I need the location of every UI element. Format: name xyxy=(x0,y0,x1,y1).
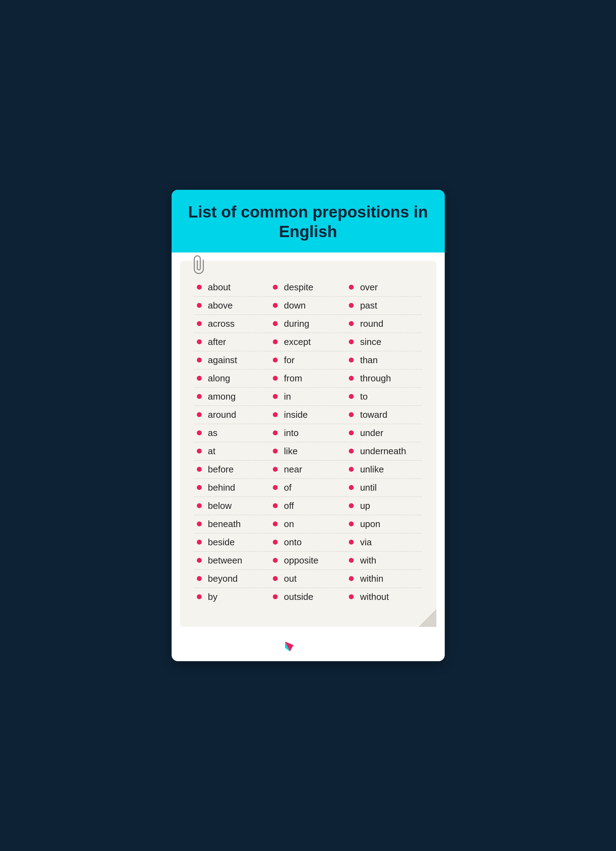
bullet-dot xyxy=(349,394,354,399)
bullet-dot xyxy=(349,303,354,308)
preposition-word: up xyxy=(360,501,370,511)
preposition-word: beside xyxy=(208,537,235,548)
preposition-word: above xyxy=(208,300,233,311)
bullet-dot xyxy=(197,376,202,381)
bullet-dot xyxy=(349,449,354,454)
bullet-dot xyxy=(197,449,202,454)
list-item: in xyxy=(270,388,346,406)
bullet-dot xyxy=(273,285,278,290)
list-item: around xyxy=(194,406,270,424)
bullet-dot xyxy=(273,430,278,435)
bullet-dot xyxy=(349,503,354,508)
bullet-dot xyxy=(349,339,354,344)
list-item: beneath xyxy=(194,515,270,533)
list-item: to xyxy=(346,388,422,406)
bullet-dot xyxy=(197,303,202,308)
preposition-word: via xyxy=(360,537,371,548)
list-item: during xyxy=(270,315,346,333)
list-item: about xyxy=(194,278,270,297)
list-item: within xyxy=(346,570,422,588)
list-item: for xyxy=(270,351,346,370)
list-item: toward xyxy=(346,406,422,424)
bullet-dot xyxy=(349,540,354,544)
list-item: over xyxy=(346,278,422,297)
preposition-word: during xyxy=(284,318,309,329)
preposition-word: unlike xyxy=(360,464,384,475)
list-item: behind xyxy=(194,479,270,497)
card-header: List of common prepositions in English xyxy=(171,190,445,252)
list-item: into xyxy=(270,424,346,442)
preposition-word: against xyxy=(208,355,237,365)
preposition-word: except xyxy=(284,337,311,347)
prepositions-grid: aboutaboveacrossafteragainstalongamongar… xyxy=(194,278,422,606)
list-item: from xyxy=(270,370,346,388)
bullet-dot xyxy=(349,358,354,362)
preposition-word: opposite xyxy=(284,555,319,566)
list-item: via xyxy=(346,533,422,552)
preposition-word: within xyxy=(360,573,383,584)
preposition-word: as xyxy=(208,428,218,439)
list-item: beside xyxy=(194,533,270,552)
bullet-dot xyxy=(197,467,202,472)
preposition-word: near xyxy=(284,464,302,475)
preposition-word: outside xyxy=(284,591,313,602)
list-item: upon xyxy=(346,515,422,533)
list-item: with xyxy=(346,552,422,570)
bullet-dot xyxy=(197,594,202,599)
bullet-dot xyxy=(273,485,278,490)
bullet-dot xyxy=(197,321,202,326)
preposition-word: around xyxy=(208,409,236,420)
bullet-dot xyxy=(273,376,278,381)
bullet-dot xyxy=(273,339,278,344)
list-item: like xyxy=(270,442,346,460)
column-2: despitedownduringexceptforfromininsidein… xyxy=(270,278,346,606)
bullet-dot xyxy=(273,412,278,417)
preposition-word: than xyxy=(360,355,378,365)
preposition-word: like xyxy=(284,446,297,457)
list-item: by xyxy=(194,588,270,606)
list-item: past xyxy=(346,297,422,315)
bullet-dot xyxy=(349,558,354,563)
list-item: without xyxy=(346,588,422,606)
bullet-dot xyxy=(349,412,354,417)
bullet-dot xyxy=(197,412,202,417)
bullet-dot xyxy=(273,467,278,472)
bullet-dot xyxy=(273,503,278,508)
preposition-word: behind xyxy=(208,482,235,493)
list-item: out xyxy=(270,570,346,588)
bullet-dot xyxy=(349,522,354,526)
list-item: of xyxy=(270,479,346,497)
list-item: as xyxy=(194,424,270,442)
bullet-dot xyxy=(349,594,354,599)
list-item: against xyxy=(194,351,270,370)
bullet-dot xyxy=(349,376,354,381)
list-item: except xyxy=(270,333,346,351)
preposition-word: despite xyxy=(284,282,313,293)
bullet-dot xyxy=(273,576,278,581)
bullet-dot xyxy=(273,303,278,308)
preposition-word: on xyxy=(284,519,294,529)
bullet-dot xyxy=(197,540,202,544)
list-item: among xyxy=(194,388,270,406)
preposition-word: upon xyxy=(360,519,380,529)
preposition-word: after xyxy=(208,337,226,347)
list-item: under xyxy=(346,424,422,442)
list-item: above xyxy=(194,297,270,315)
preposition-word: under xyxy=(360,428,383,439)
list-item: on xyxy=(270,515,346,533)
bullet-dot xyxy=(197,339,202,344)
preposition-word: out xyxy=(284,573,297,584)
bullet-dot xyxy=(197,485,202,490)
list-item: between xyxy=(194,552,270,570)
preposition-word: below xyxy=(208,501,232,511)
preposition-word: inside xyxy=(284,409,308,420)
preposition-word: until xyxy=(360,482,377,493)
bullet-dot xyxy=(349,285,354,290)
preposition-word: off xyxy=(284,501,294,511)
column-1: aboutaboveacrossafteragainstalongamongar… xyxy=(194,278,270,606)
preposition-word: with xyxy=(360,555,376,566)
list-item: onto xyxy=(270,533,346,552)
preposition-word: onto xyxy=(284,537,302,548)
bullet-dot xyxy=(197,394,202,399)
list-item: despite xyxy=(270,278,346,297)
